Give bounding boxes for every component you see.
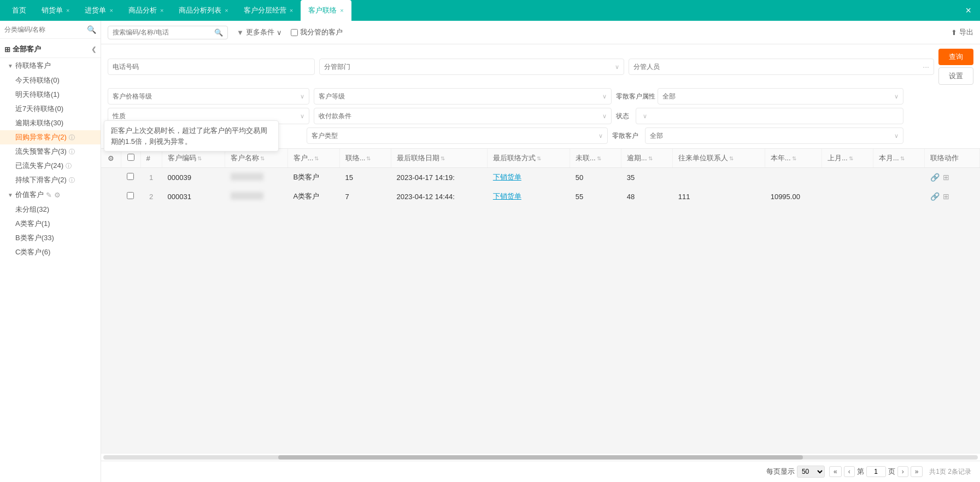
price-level-dropdown-icon: ∨	[300, 93, 304, 100]
this-year-column-header[interactable]: 本年...⇅	[765, 149, 821, 168]
repurchase-abnormal-item[interactable]: 回购异常客户(2) ⓘ	[0, 130, 101, 144]
row-checkbox-0[interactable]	[127, 173, 134, 180]
info-icon-declining[interactable]: ⓘ	[69, 176, 75, 184]
row-last-method-cell[interactable]: 下销货单	[487, 187, 570, 206]
prev-page-button[interactable]: ‹	[844, 466, 855, 477]
nav-sales-order[interactable]: 销货单 ×	[34, 0, 77, 21]
a-class-item[interactable]: A类客户(1)	[0, 217, 101, 231]
close-customer-contact-icon[interactable]: ×	[340, 7, 343, 14]
row-checkbox-cell[interactable]	[121, 187, 140, 206]
week-pending-item[interactable]: 近7天待联络(0)	[0, 102, 101, 116]
action-grid-icon-0[interactable]: ⊞	[943, 173, 949, 182]
this-month-column-header[interactable]: 本月...⇅	[873, 149, 924, 168]
my-customers-checkbox-label[interactable]: 我分管的客户	[291, 27, 343, 37]
retail-dropdown-icon: ∨	[894, 132, 899, 140]
close-product-analysis-icon[interactable]: ×	[160, 7, 163, 14]
info-icon-churn-warning[interactable]: ⓘ	[69, 148, 75, 156]
manager-dots-icon[interactable]: ···	[923, 62, 929, 71]
last-month-column-header[interactable]: 上月...⇅	[821, 149, 873, 168]
status-dropdown[interactable]: ∨	[636, 108, 904, 124]
per-page-select[interactable]: 50 10 20 100	[797, 466, 825, 478]
today-pending-item[interactable]: 今天待联络(0)	[0, 73, 101, 88]
info-icon-churned[interactable]: ⓘ	[66, 162, 72, 170]
row-this-month-cell	[873, 187, 924, 206]
next-page-button[interactable]: ›	[897, 466, 908, 477]
last-method-link[interactable]: 下销货单	[493, 192, 521, 200]
all-customers-header[interactable]: ⊞ 全部客户 ❮	[0, 41, 101, 58]
overdue-column-header[interactable]: 逾期...⇅	[621, 149, 672, 168]
phone-filter[interactable]: 电话号码	[108, 59, 315, 75]
row-not-contacted-cell: 50	[570, 168, 621, 187]
level-filter[interactable]: 客户等级 ∨	[314, 88, 612, 104]
row-checkbox-1[interactable]	[127, 192, 134, 199]
toolbar: 🔍 ▼ 更多条件 ∨ 我分管的客户 ⬆ 导出	[101, 21, 980, 44]
edit-value-icon[interactable]: ✎	[46, 191, 52, 199]
sidebar-search-input[interactable]	[4, 26, 87, 33]
nav-home[interactable]: 首页	[4, 0, 34, 21]
gear-column-header[interactable]: ⚙	[101, 149, 121, 168]
customer-type-filter[interactable]: 客户类型 ∨	[307, 127, 608, 144]
action-link-icon-0[interactable]: 🔗	[930, 173, 940, 182]
search-box-icon[interactable]: 🔍	[214, 28, 223, 37]
customer-name-blurred	[231, 192, 263, 200]
declining-item[interactable]: 持续下滑客户(2) ⓘ	[0, 173, 101, 187]
name-column-header[interactable]: 客户名称⇅	[225, 149, 287, 168]
first-page-button[interactable]: «	[829, 466, 842, 477]
last-method-link[interactable]: 下销货单	[493, 173, 521, 181]
row-seq-cell: 1	[140, 168, 162, 187]
status-dropdown-icon: ∨	[643, 113, 647, 120]
manager-filter[interactable]: 分管人员 ···	[629, 59, 934, 75]
company-contact-column-header[interactable]: 往来单位联系人⇅	[672, 149, 765, 168]
collapse-sidebar-icon[interactable]: ❮	[91, 46, 96, 53]
my-customers-checkbox[interactable]	[291, 29, 298, 36]
value-customer-header[interactable]: ▼ 价值客户 ✎ ⚙	[0, 187, 101, 202]
nav-product-analysis[interactable]: 商品分析 ×	[121, 0, 171, 21]
last-date-column-header[interactable]: 最后联络日期⇅	[391, 149, 487, 168]
settings-value-icon[interactable]: ⚙	[54, 191, 61, 199]
row-checkbox-cell[interactable]	[121, 168, 140, 187]
dept-filter[interactable]: 分管部门 ∨	[319, 59, 625, 75]
nav-purchase-order[interactable]: 进货单 ×	[77, 0, 120, 21]
overdue-pending-item[interactable]: 逾期未联络(30)	[0, 116, 101, 130]
contact-column-header[interactable]: 联络...⇅	[339, 149, 391, 168]
nav-customer-segment[interactable]: 客户分层经营 ×	[236, 0, 301, 21]
type-column-header[interactable]: 客户...⇅	[287, 149, 339, 168]
nav-customer-contact[interactable]: 客户联络 ×	[301, 0, 351, 21]
retail-dropdown[interactable]: 全部 ∨	[645, 127, 903, 144]
page-number-input[interactable]	[866, 466, 886, 477]
customer-table: ⚙ # 客户编码⇅ 客户名称⇅ 客户...⇅	[101, 149, 980, 206]
nav-product-analysis-list[interactable]: 商品分析列表 ×	[171, 0, 236, 21]
action-grid-icon-1[interactable]: ⊞	[943, 192, 949, 201]
close-product-analysis-list-icon[interactable]: ×	[225, 7, 228, 14]
export-button[interactable]: ⬆ 导出	[951, 27, 973, 37]
select-all-checkbox[interactable]	[127, 154, 134, 161]
tomorrow-pending-item[interactable]: 明天待联络(1)	[0, 88, 101, 102]
action-link-icon-1[interactable]: 🔗	[930, 192, 940, 201]
last-page-button[interactable]: »	[911, 466, 923, 477]
query-button[interactable]: 查询	[938, 49, 973, 65]
close-purchase-order-icon[interactable]: ×	[109, 7, 113, 14]
b-class-item[interactable]: B类客户(33)	[0, 231, 101, 245]
last-method-column-header[interactable]: 最后联络方式⇅	[487, 149, 570, 168]
unclassified-item[interactable]: 未分组(32)	[0, 202, 101, 217]
code-column-header[interactable]: 客户编码⇅	[162, 149, 225, 168]
payment-filter[interactable]: 收付款条件 ∨	[314, 108, 612, 124]
info-icon-repurchase[interactable]: ⓘ	[69, 133, 75, 142]
churn-warning-item[interactable]: 流失预警客户(3) ⓘ	[0, 144, 101, 159]
c-class-item[interactable]: C类客户(6)	[0, 245, 101, 259]
checkbox-column-header[interactable]	[121, 149, 140, 168]
retail-attr-dropdown[interactable]: 全部 ∨	[658, 88, 904, 104]
more-filter-button[interactable]: ▼ 更多条件 ∨	[232, 25, 286, 39]
pending-contact-header[interactable]: ▼ 待联络客户	[0, 58, 101, 73]
row-last-method-cell[interactable]: 下销货单	[487, 168, 570, 187]
not-contacted-column-header[interactable]: 未联...⇅	[570, 149, 621, 168]
price-level-filter[interactable]: 客户价格等级 ∨	[108, 88, 309, 104]
close-sales-order-icon[interactable]: ×	[66, 7, 69, 14]
sidebar-search-icon[interactable]: 🔍	[87, 25, 96, 34]
last-month-sort-icon: ⇅	[849, 155, 853, 161]
search-input[interactable]	[113, 28, 214, 36]
set-button[interactable]: 设置	[938, 67, 973, 85]
churned-item[interactable]: 已流失客户(24) ⓘ	[0, 159, 101, 173]
close-customer-segment-icon[interactable]: ×	[290, 7, 293, 14]
window-close-button[interactable]: ×	[961, 5, 976, 16]
